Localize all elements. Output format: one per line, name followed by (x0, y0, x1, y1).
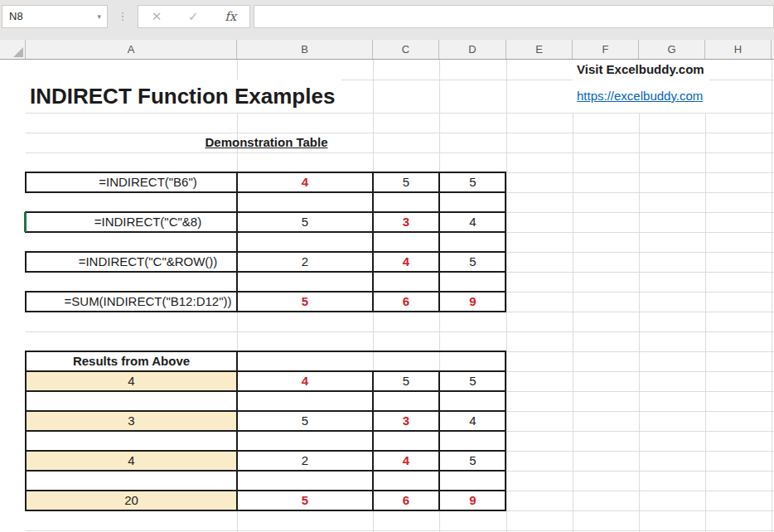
table-border (25, 351, 506, 352)
col-header-C[interactable]: C (373, 40, 439, 59)
cell-A22[interactable]: 20 (26, 491, 237, 510)
table-border (505, 351, 506, 511)
active-row-indicator (24, 212, 27, 232)
table-border (25, 191, 506, 193)
formula-bar-chrome: N8 ▾ ⋮ ✕ ✓ fx (0, 0, 774, 40)
table-border (25, 211, 506, 213)
gridline (26, 152, 774, 153)
gridline (705, 60, 706, 532)
sheet-grid[interactable]: Visit Excelbuddy.comINDIRECT Function Ex… (0, 60, 774, 532)
table-border (25, 370, 506, 372)
cell-A6[interactable]: =INDIRECT("B6") (42, 172, 254, 192)
col-header-A[interactable]: A (26, 40, 237, 59)
cell-D6[interactable]: 5 (439, 172, 506, 192)
formula-input[interactable] (254, 5, 774, 28)
table-border (236, 172, 238, 312)
gridline (573, 60, 573, 532)
cell-C20[interactable]: 4 (373, 451, 439, 471)
name-box-dropdown-icon[interactable]: ▾ (97, 6, 101, 27)
cell-B8[interactable]: 5 (237, 212, 373, 232)
col-header-G[interactable]: G (639, 40, 705, 59)
name-box-value: N8 (9, 6, 23, 27)
cell-B10[interactable]: 2 (237, 252, 373, 272)
table-border (438, 370, 440, 511)
col-header-F[interactable]: F (573, 40, 639, 59)
table-border (25, 351, 27, 511)
table-border (25, 172, 27, 193)
cell-A15[interactable]: Results from Above (26, 351, 237, 371)
cell-B20[interactable]: 2 (237, 451, 373, 471)
col-header-B[interactable]: B (237, 40, 373, 59)
table-border (25, 311, 506, 312)
cell-A20[interactable]: 4 (26, 451, 237, 471)
select-all-button[interactable] (0, 40, 26, 59)
table-border (25, 251, 506, 253)
cell-D16[interactable]: 5 (439, 371, 506, 391)
gridline (772, 60, 772, 532)
formula-bar-buttons: ✕ ✓ fx (138, 5, 250, 28)
table-border (25, 410, 506, 412)
table-border (25, 172, 506, 173)
enter-icon[interactable]: ✓ (188, 6, 199, 27)
cell-C8[interactable]: 3 (373, 212, 439, 232)
table-border (25, 251, 27, 273)
formula-bar-grip-icon[interactable]: ⋮ (117, 5, 128, 28)
cell-B12[interactable]: 5 (237, 292, 373, 312)
cell-D10[interactable]: 5 (439, 252, 506, 272)
table-border (505, 172, 506, 312)
table-border (25, 510, 506, 511)
cell-A4[interactable]: Demonstration Table (93, 133, 440, 152)
insert-function-icon[interactable]: fx (225, 9, 236, 24)
cell-B16[interactable]: 4 (237, 371, 373, 391)
name-box[interactable]: N8 ▾ (2, 5, 108, 28)
table-border (25, 490, 506, 491)
cell-D20[interactable]: 5 (439, 451, 506, 471)
col-header-D[interactable]: D (439, 40, 506, 59)
table-border (25, 291, 506, 293)
select-all-icon (13, 47, 23, 57)
col-header-H[interactable]: H (705, 40, 772, 59)
cell-C12[interactable]: 6 (373, 292, 439, 312)
cell-A10[interactable]: =INDIRECT("C"&ROW()) (42, 252, 254, 272)
cancel-icon[interactable]: ✕ (152, 6, 162, 27)
cell-D12[interactable]: 9 (439, 292, 506, 312)
table-border (25, 271, 506, 273)
table-border (25, 390, 506, 392)
gridline (506, 60, 507, 532)
cell-F2[interactable]: https://excelbuddy.com (573, 80, 709, 113)
table-border (236, 351, 238, 511)
gridline (26, 530, 774, 531)
cell-B18[interactable]: 5 (237, 411, 373, 431)
table-border (25, 430, 506, 432)
table-border (25, 470, 506, 472)
excel-window: N8 ▾ ⋮ ✕ ✓ fx ABCDEFGH 12345678910111213… (0, 0, 774, 532)
cell-A16[interactable]: 4 (26, 371, 237, 391)
cell-D8[interactable]: 4 (439, 212, 506, 232)
cell-D18[interactable]: 4 (439, 411, 506, 431)
table-border (438, 172, 440, 312)
table-border (25, 231, 506, 233)
cell-A2[interactable]: INDIRECT Function Examples (26, 80, 341, 113)
gridline (639, 60, 640, 532)
table-border (25, 291, 27, 312)
table-border (25, 450, 506, 452)
cell-F1[interactable]: Visit Excelbuddy.com (573, 60, 711, 80)
cell-B22[interactable]: 5 (237, 491, 373, 510)
cell-C10[interactable]: 4 (373, 252, 439, 272)
cell-D22[interactable]: 9 (439, 491, 506, 510)
col-header-E[interactable]: E (506, 40, 573, 59)
gridline (26, 113, 774, 114)
cell-C22[interactable]: 6 (373, 491, 439, 510)
table-border (372, 172, 374, 312)
column-headers: ABCDEFGH (0, 40, 774, 60)
cell-B6[interactable]: 4 (237, 172, 373, 192)
gridline (26, 331, 774, 332)
cell-C6[interactable]: 5 (373, 172, 439, 192)
cell-A8[interactable]: =INDIRECT("C"&8) (42, 212, 254, 232)
cell-C16[interactable]: 5 (373, 371, 439, 391)
cell-A17[interactable] (26, 391, 237, 411)
cell-C18[interactable]: 3 (373, 411, 439, 431)
cell-A18[interactable]: 3 (26, 411, 237, 431)
cell-A12[interactable]: =SUM(INDIRECT("B12:D12")) (42, 292, 254, 312)
table-border (372, 370, 374, 511)
